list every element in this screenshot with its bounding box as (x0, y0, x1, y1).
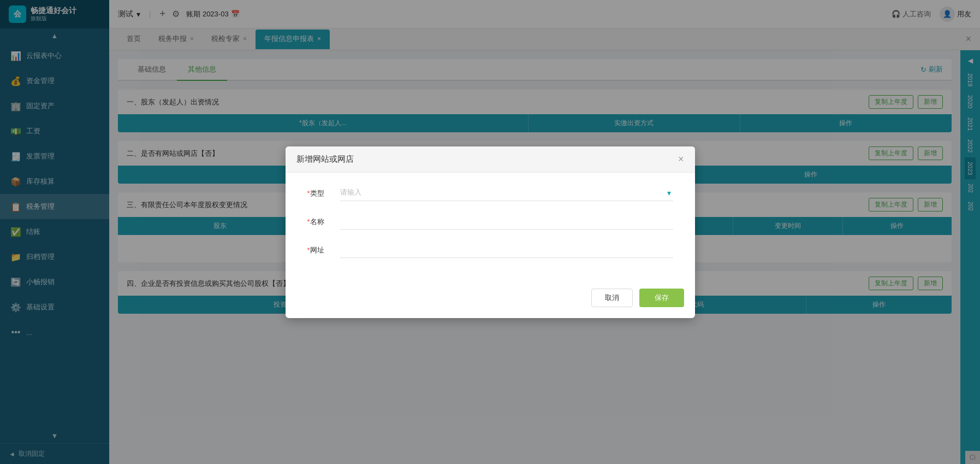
type-input-wrap: ▾ (340, 186, 673, 201)
url-input-wrap (340, 243, 673, 258)
dialog-title: 新增网站或网店 (296, 154, 354, 165)
save-button[interactable]: 保存 (639, 289, 684, 307)
form-row-name: *名称 (307, 214, 673, 230)
name-input[interactable] (340, 214, 673, 227)
type-label: *类型 (307, 189, 340, 198)
name-input-wrap (340, 214, 673, 230)
url-label: *网址 (307, 245, 340, 255)
url-input[interactable] (340, 243, 673, 255)
name-label: *名称 (307, 217, 340, 227)
dialog-body: *类型 ▾ *名称 *网址 (286, 173, 695, 282)
type-input[interactable] (340, 186, 673, 198)
form-row-type: *类型 ▾ (307, 186, 673, 201)
dialog-footer: 取消 保存 (286, 282, 695, 318)
modal-overlay[interactable]: 新增网站或网店 × *类型 ▾ *名称 (0, 0, 980, 464)
add-website-dialog: 新增网站或网店 × *类型 ▾ *名称 (286, 146, 695, 318)
form-row-url: *网址 (307, 243, 673, 258)
cancel-button[interactable]: 取消 (591, 289, 633, 307)
dialog-close-button[interactable]: × (678, 154, 684, 164)
type-dropdown-icon[interactable]: ▾ (667, 189, 671, 197)
dialog-header: 新增网站或网店 × (286, 146, 695, 173)
